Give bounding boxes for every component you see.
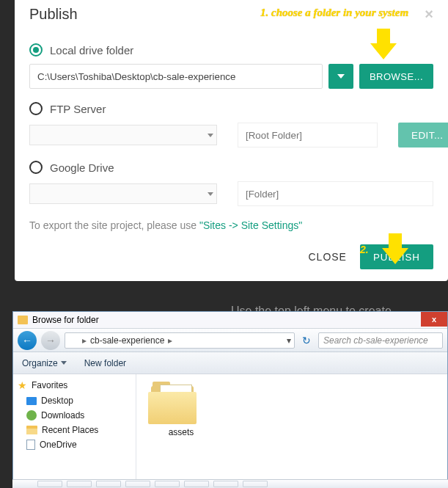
radio-ftp-server[interactable]: FTP Server [29,102,433,115]
recent-icon [26,426,37,434]
breadcrumb-sep: ▸ [82,335,87,346]
breadcrumb-sep: ▸ [168,335,172,346]
window-titlebar[interactable]: Browse for folder x [13,312,447,329]
publish-button[interactable]: PUBLISH [360,244,433,269]
chevron-down-icon [337,74,345,79]
chevron-down-icon [208,134,213,137]
radio-icon [29,161,43,174]
new-folder-button[interactable]: New folder [84,358,126,368]
radio-label: Google Drive [50,161,114,174]
search-placeholder: Search cb-sale-experience [323,335,428,346]
favorites-header[interactable]: ★ Favorites [13,377,136,393]
ftp-root-input[interactable] [238,123,378,148]
ftp-select[interactable] [29,125,217,145]
back-button[interactable]: ← [18,331,37,350]
folder-label: assets [148,427,214,437]
radio-google-drive[interactable]: Google Drive [29,161,433,174]
navigation-pane[interactable]: ★ Favorites Desktop Downloads Recent Pla… [13,374,136,480]
favorites-onedrive[interactable]: OneDrive [13,437,136,452]
close-x-button[interactable]: × [425,6,433,23]
taskbar[interactable] [12,479,448,488]
forward-button[interactable]: → [41,331,60,350]
chevron-down-icon [208,192,213,196]
radio-icon [29,43,43,57]
breadcrumb-folder[interactable]: cb-sale-experience [90,335,164,346]
site-settings-link[interactable]: "Sites -> Site Settings" [199,219,302,231]
folder-icon [68,336,78,345]
favorites-downloads[interactable]: Downloads [13,408,136,423]
refresh-button[interactable]: ↻ [299,335,314,346]
folder-icon [18,316,28,324]
export-note-text: To export the site project, please use [29,219,199,231]
chevron-down-icon[interactable]: ▾ [287,335,291,346]
window-nav-bar: ← → ▸ cb-sale-experience ▸ ▾ ↻ Search cb… [13,329,447,352]
content-pane[interactable]: assets [136,374,447,480]
search-input[interactable]: Search cb-sale-experience [318,332,443,349]
radio-label: FTP Server [50,103,106,115]
path-dropdown-button[interactable] [328,64,353,89]
radio-icon [29,102,43,115]
favorites-desktop[interactable]: Desktop [13,393,136,408]
star-icon: ★ [18,379,27,391]
window-title: Browse for folder [32,315,99,325]
folder-item-assets[interactable] [148,382,201,424]
desktop-icon [26,397,37,405]
chevron-down-icon [61,361,67,365]
radio-label: Local drive folder [50,44,133,57]
window-close-button[interactable]: x [421,312,447,327]
dialog-title: Publish [29,6,78,23]
organize-menu[interactable]: Organize [22,358,67,368]
publish-dialog: Publish × Local drive folder BROWSE... F… [15,0,448,281]
close-button[interactable]: CLOSE [308,251,346,263]
export-note: To export the site project, please use "… [29,219,433,231]
downloads-icon [26,410,37,420]
browse-folder-window: Browse for folder x ← → ▸ cb-sale-experi… [12,311,448,481]
gdrive-folder-input[interactable] [238,181,433,206]
gdrive-select[interactable] [29,183,217,204]
window-toolbar: Organize New folder [13,352,447,374]
address-bar[interactable]: ▸ cb-sale-experience ▸ ▾ [65,332,295,349]
onedrive-icon [26,440,35,450]
radio-local-drive[interactable]: Local drive folder [29,43,433,57]
browse-button[interactable]: BROWSE... [359,64,433,89]
favorites-recent[interactable]: Recent Places [13,423,136,437]
local-path-input[interactable] [29,64,323,89]
edit-button[interactable]: EDIT... [398,123,448,148]
